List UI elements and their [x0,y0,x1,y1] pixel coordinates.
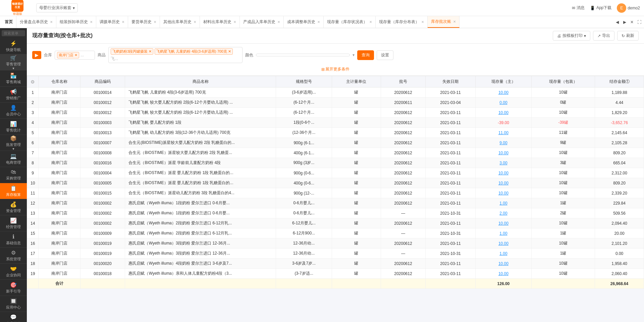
table-cell[interactable]: 10.00 [475,269,531,279]
table-cell[interactable]: 11.00 [475,128,531,138]
print-chevron-icon: ▾ [584,34,586,38]
warehouse-tag-1[interactable]: 南岸门店 ✕ [57,52,79,58]
tab-6-close-icon[interactable]: ✕ [233,20,236,24]
table-cell[interactable]: 10.00 [475,148,531,158]
tab-8[interactable]: 成本调整单历史 ✕ [284,16,324,28]
table-cell: 1,958.40 [595,259,644,269]
table-cell: 00100019 [80,238,125,249]
tab-4[interactable]: 要货单历史 ✕ [128,16,160,28]
refresh-button[interactable]: ↻ 刷新 [617,31,639,41]
tab-3[interactable]: 调拨单历史 ✕ [96,16,128,28]
product-tag-1-remove[interactable]: ✕ [149,49,152,54]
sidebar-item-system[interactable]: ⚙ 系统管理 [0,248,27,264]
sidebar-item-collab[interactable]: 🤝 企业协同 [0,264,27,280]
tab-5-close-icon[interactable]: ✕ [194,20,196,24]
table-cell[interactable]: 10.00 [475,218,531,228]
query-button[interactable]: 查询 [357,50,374,60]
tab-9-close-icon[interactable]: ✕ [369,20,372,24]
tab-11[interactable]: 库存批次账 ✕ [428,16,460,28]
table-cell[interactable]: 0.00 [475,98,531,108]
sidebar-item-basic-info[interactable]: ℹ 基础信息 [0,231,27,248]
filter-expand-arrow[interactable]: ▶ [32,51,41,59]
tab-4-close-icon[interactable]: ✕ [154,20,156,24]
settings-button[interactable]: 设置 [377,50,393,60]
product-tag-1[interactable]: 飞鹤奶粉3段丙罐摄装 ✕ [111,48,153,55]
row-num-cell: 15 [27,228,39,238]
tab-10-close-icon[interactable]: ✕ [421,20,424,24]
table-cell: 00100012 [80,108,125,118]
product-more[interactable]: 飞... [111,56,118,62]
tab-close-button[interactable]: ✕ [629,19,635,25]
industry-selector[interactable]: 母婴行业演示账套 ▾ [36,3,78,12]
sidebar-item-app-center[interactable]: 🔲 应用中心 [0,296,27,312]
table-cell: 00100008 [80,148,125,158]
table-cell[interactable]: 10.00 [475,188,531,198]
tab-2-close-icon[interactable]: ✕ [90,20,93,24]
tab-home[interactable]: 首页 [1,16,16,28]
warehouse-more[interactable]: ... [80,53,84,57]
tab-7-close-icon[interactable]: ✕ [277,20,280,24]
table-cell[interactable]: 10.00 [475,108,531,118]
warehouse-filter-group[interactable]: 南岸门店 ✕ ... [55,51,95,60]
tab-next-button[interactable]: ▶ [621,19,628,25]
message-button[interactable]: ✉ 消息 [572,5,585,11]
print-button[interactable]: 🖨 按模板打印 ▾ [553,31,590,41]
product-tag-2[interactable]: 飞鹤星飞帆 儿童奶粉 4段(3-6岁适用) 700克 ✕ [155,48,233,55]
table-cell[interactable]: 10.00 [475,238,531,249]
tab-11-close-icon[interactable]: ✕ [453,20,456,23]
table-cell[interactable]: 10.00 [475,88,531,98]
sidebar-item-retail-mgmt[interactable]: 🛒 零售管理 ▼ [0,54,27,70]
export-button[interactable]: ↗ 导出 [593,31,614,41]
table-cell[interactable]: 1.00 [475,249,531,259]
tab-1[interactable]: 分量盘点单历史 ✕ [16,16,56,28]
sidebar-item-quick-nav[interactable]: ⚡ 快捷导航 [0,38,27,54]
tab-6[interactable]: 材料出库单历史 ✕ [200,16,240,28]
sidebar-item-member[interactable]: 👤 会员中心 [0,103,27,119]
tab-2[interactable]: 组装拆卸单历史 ✕ [56,16,96,28]
sidebar-item-wholesale[interactable]: 📦 批发管理 ▼ [0,135,27,151]
table-cell[interactable]: 10.00 [475,168,531,178]
tab-5[interactable]: 其他出库单历史 ✕ [160,16,200,28]
user-area[interactable]: E demo2 [617,3,640,13]
settings-col-icon[interactable]: ⚙ [31,79,35,85]
table-cell[interactable]: 3.00 [475,158,531,168]
table-cell: 2021-03-11 [426,108,475,118]
sidebar-item-marketing[interactable]: 📢 营销推广 [0,87,27,103]
tab-maximize-button[interactable]: ⛶ [636,19,643,25]
tab-8-close-icon[interactable]: ✕ [317,20,320,24]
app-download-button[interactable]: 📱 App下载 [590,5,611,11]
sidebar-item-finance[interactable]: 💰 资金管理 [0,199,27,215]
sidebar-item-wechat[interactable]: 💬 企业微信 [0,312,27,322]
product-tag-2-remove[interactable]: ✕ [228,49,231,54]
sidebar-item-guide[interactable]: 🎯 新手引导 [0,280,27,296]
color-filter-chevron[interactable]: ▾ [353,53,355,57]
table-cell: 南岸门店 [39,249,80,259]
expand-more-btn[interactable]: ⊞ 展开更多条件 [321,66,350,72]
sidebar-item-ecommerce[interactable]: 💻 电商管理 [0,151,27,167]
table-cell[interactable]: -39.00 [475,118,531,128]
sidebar-item-purchase[interactable]: 🛍 采购管理 [0,167,27,183]
warehouse-tag-1-remove[interactable]: ✕ [74,53,77,57]
sidebar-item-business[interactable]: 📈 经营管理 [0,215,27,231]
tab-1-close-icon[interactable]: ✕ [50,20,53,24]
color-filter-group[interactable] [256,54,350,56]
table-cell[interactable]: 1.00 [475,228,531,238]
sidebar-item-inventory[interactable]: 📋 库存核算 [0,183,27,199]
tab-prev-button[interactable]: ◀ [614,19,621,25]
tab-10[interactable]: 现存量（库存分布表） ✕ [376,16,428,28]
table-cell[interactable]: 2.00 [475,208,531,218]
sidebar-item-retail-stats[interactable]: 📊 零售统计 [0,119,27,135]
tab-9[interactable]: 现存量（库存状况表） ✕ [324,16,376,28]
table-cell[interactable]: 1.00 [475,198,531,208]
tab-7[interactable]: 产成品入库单历史 ✕ [240,16,284,28]
tab-3-close-icon[interactable]: ✕ [122,20,124,24]
table-cell: 0-6月婴儿... [276,208,332,218]
table-cell[interactable]: 10.00 [475,259,531,269]
col-settings[interactable]: ⚙ [27,76,39,88]
table-cell[interactable]: 9.00 [475,138,531,148]
table-cell: 南岸门店 [39,88,80,98]
product-filter-group[interactable]: 飞鹤奶粉3段丙罐摄装 ✕ 飞鹤星飞帆 儿童奶粉 4段(3-6岁适用) 700克 … [108,47,243,63]
sidebar-item-retail-mall[interactable]: 🏪 零售商城 [0,70,27,87]
search-input[interactable] [2,30,25,36]
table-cell[interactable]: 10.00 [475,178,531,188]
